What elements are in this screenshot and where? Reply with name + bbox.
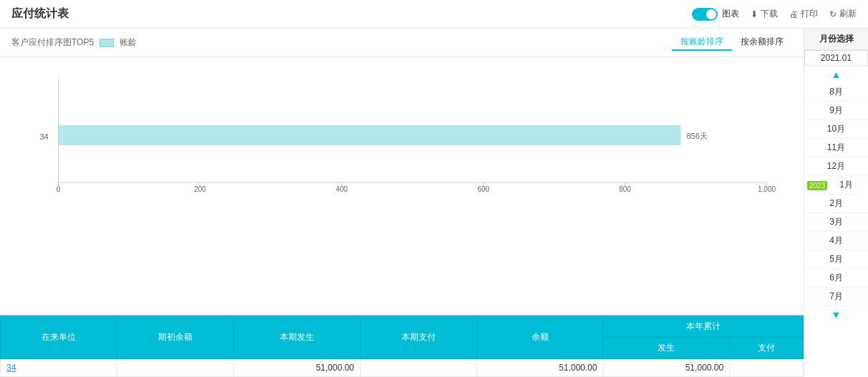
svg-text:800: 800	[619, 185, 631, 193]
svg-text:400: 400	[336, 185, 348, 193]
cell-occurrence: 51,000.00	[234, 359, 361, 377]
sidebar-month-5[interactable]: 5月	[804, 250, 868, 269]
svg-text:600: 600	[477, 185, 489, 193]
col-header-balance: 余额	[477, 316, 603, 359]
sidebar-month-9[interactable]: 9月	[804, 102, 868, 120]
legend-box-label: 账龄	[120, 36, 137, 49]
sidebar-month-10[interactable]: 10月	[804, 120, 868, 139]
sidebar-month-11[interactable]: 11月	[804, 139, 868, 157]
chart-canvas: 34 856天 0 200 400 600 800 1,000	[0, 57, 804, 314]
print-icon: 🖨	[789, 9, 798, 19]
refresh-label: 刷新	[839, 8, 857, 20]
legend-box	[99, 39, 114, 47]
col-header-ytd: 本年累计	[603, 316, 804, 338]
sidebar-scroll: ▲ 8月 9月 10月 11月 12月 2023 1月 2月 3月 4月 5月 …	[804, 66, 868, 377]
col-header-ytd-payment: 支付	[730, 338, 804, 359]
main-content: 客户应付排序图TOP5 账龄 按账龄排序 按余额排序 34 856天	[0, 29, 868, 377]
summary-table: 在来单位 期初余额 本期发生 本期支付 余额 本年累计 发生 支付	[0, 315, 804, 377]
header-actions: 图表 ⬇ 下载 🖨 打印 ↻ 刷新	[692, 8, 857, 21]
year-row-2023: 2023 1月	[804, 176, 868, 195]
sidebar-year-value[interactable]: 2021.01	[804, 50, 868, 66]
sort-tab-age[interactable]: 按账龄排序	[672, 34, 732, 51]
chart-legend: 客户应付排序图TOP5 账龄	[11, 36, 137, 49]
scroll-down-arrow[interactable]: ▼	[804, 306, 868, 323]
header: 应付统计表 图表 ⬇ 下载 🖨 打印 ↻ 刷新	[0, 0, 868, 29]
refresh-icon: ↻	[829, 9, 837, 19]
chart-toggle-wrap: 图表	[692, 8, 739, 21]
svg-text:0: 0	[57, 185, 61, 193]
sort-tab-balance[interactable]: 按余额排序	[732, 34, 792, 51]
sidebar-month-4[interactable]: 4月	[804, 232, 868, 250]
table-row: 34 51,000.00 51,000.00 51,000.00	[1, 359, 804, 377]
page-title: 应付统计表	[11, 6, 69, 21]
chart-area: 客户应付排序图TOP5 账龄 按账龄排序 按余额排序 34 856天	[0, 29, 804, 377]
bar-chart-svg: 34 856天 0 200 400 600 800 1,000	[7, 64, 796, 207]
chart-header: 客户应付排序图TOP5 账龄 按账龄排序 按余额排序	[0, 29, 804, 57]
bar-rect	[59, 125, 681, 145]
cell-ytd-payment	[730, 359, 804, 377]
sidebar-month-6[interactable]: 6月	[804, 269, 868, 288]
print-button[interactable]: 🖨 打印	[789, 8, 818, 20]
download-label: 下载	[761, 8, 778, 20]
download-icon: ⬇	[751, 9, 758, 19]
right-sidebar: 月份选择 2021.01 ▲ 8月 9月 10月 11月 12月 2023 1月…	[804, 29, 868, 377]
unit-link[interactable]: 34	[6, 363, 16, 373]
svg-text:856天: 856天	[687, 132, 708, 140]
sidebar-month-header: 月份选择	[804, 29, 868, 50]
year-badge-2023: 2023	[807, 181, 827, 190]
print-label: 打印	[801, 8, 818, 20]
cell-balance: 51,000.00	[477, 359, 603, 377]
col-header-unit: 在来单位	[1, 316, 117, 359]
svg-text:200: 200	[194, 185, 206, 193]
col-header-opening: 期初余额	[117, 316, 234, 359]
sidebar-month-8[interactable]: 8月	[804, 83, 868, 102]
table-container: 在来单位 期初余额 本期发生 本期支付 余额 本年累计 发生 支付	[0, 315, 804, 377]
cell-opening	[117, 359, 234, 377]
svg-text:34: 34	[39, 132, 48, 141]
sidebar-month-12[interactable]: 12月	[804, 157, 868, 176]
sidebar-month-3[interactable]: 3月	[804, 213, 868, 232]
cell-unit: 34	[1, 359, 117, 377]
svg-text:1,000: 1,000	[758, 185, 776, 193]
col-header-occurrence: 本期发生	[234, 316, 361, 359]
cell-ytd-occurrence: 51,000.00	[603, 359, 730, 377]
sort-tabs: 按账龄排序 按余额排序	[672, 34, 792, 51]
cell-payment	[360, 359, 477, 377]
download-button[interactable]: ⬇ 下载	[751, 8, 778, 20]
sidebar-month-2[interactable]: 2月	[804, 195, 868, 213]
table-section: 在来单位 期初余额 本期发生 本期支付 余额 本年累计 发生 支付	[0, 314, 804, 377]
app-container: 应付统计表 图表 ⬇ 下载 🖨 打印 ↻ 刷新	[0, 0, 868, 377]
col-header-payment: 本期支付	[360, 316, 477, 359]
legend-text: 客户应付排序图TOP5	[11, 36, 94, 49]
sidebar-month-7[interactable]: 7月	[804, 288, 868, 306]
refresh-button[interactable]: ↻ 刷新	[829, 8, 857, 20]
scroll-up-arrow[interactable]: ▲	[804, 66, 868, 83]
chart-toggle[interactable]	[692, 8, 718, 21]
col-header-ytd-occurrence: 发生	[603, 338, 730, 359]
chart-toggle-label: 图表	[722, 8, 739, 20]
